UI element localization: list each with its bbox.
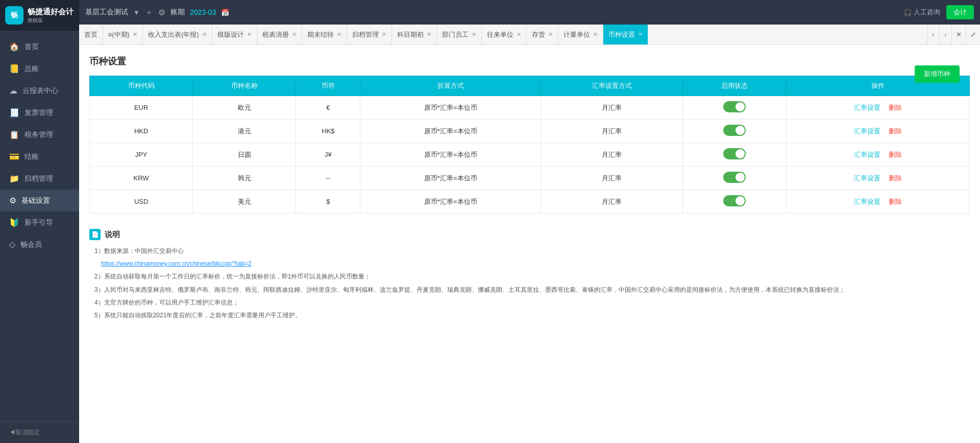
notes-link[interactable]: https://www.chinamoney.com.cn/chinese/bk… bbox=[101, 260, 251, 267]
sidebar-icon-archive: 📁 bbox=[9, 174, 19, 183]
new-currency-button[interactable]: 新增币种 bbox=[915, 65, 960, 83]
app-logo-icon: 畅 bbox=[5, 6, 23, 25]
table-header: 币种代码 币种名称 币符 折算方式 汇率设置方式 启用状态 操作 bbox=[90, 76, 970, 96]
toggle-0[interactable] bbox=[723, 101, 746, 112]
tab-label-income: 收入支出表(年报) bbox=[148, 30, 199, 39]
tab-currency[interactable]: 币种设置✕ bbox=[603, 25, 648, 45]
tabs-next-btn[interactable]: › bbox=[939, 25, 951, 45]
calendar-icon[interactable]: 📅 bbox=[221, 9, 229, 16]
cell-status-3 bbox=[683, 167, 786, 190]
toggle-2[interactable] bbox=[723, 148, 746, 159]
service-button[interactable]: 🎧 人工咨询 bbox=[903, 8, 940, 17]
page-title: 币种设置 bbox=[89, 55, 970, 67]
tab-balance[interactable]: ¤(中期)✕ bbox=[103, 25, 143, 45]
tab-label-home: 首页 bbox=[84, 30, 97, 39]
toggle-4[interactable] bbox=[723, 195, 746, 206]
app-title: 畅捷通好会计 bbox=[28, 7, 74, 17]
cell-rate-type-2: 月汇率 bbox=[541, 143, 682, 167]
tab-customers[interactable]: 往来单位✕ bbox=[482, 25, 527, 45]
delete-link-4[interactable]: 删除 bbox=[889, 198, 902, 205]
tab-close-dept[interactable]: ✕ bbox=[472, 31, 476, 38]
delete-link-2[interactable]: 删除 bbox=[889, 151, 902, 158]
tab-close-balance[interactable]: ✕ bbox=[133, 31, 137, 38]
tab-label-subjects: 科目期初 bbox=[397, 30, 424, 39]
sidebar-item-home[interactable]: 🏠首页 bbox=[0, 36, 79, 58]
cell-actions-1: 汇率设置 删除 bbox=[786, 120, 969, 143]
sidebar-item-checkout[interactable]: 💳结账 bbox=[0, 146, 79, 168]
tabs-expand-btn[interactable]: ⤢ bbox=[966, 25, 980, 45]
sidebar-item-settings[interactable]: ⚙基础设置 bbox=[0, 190, 79, 212]
cell-actions-0: 汇率设置 删除 bbox=[786, 96, 969, 120]
sidebar-label-tax: 税务管理 bbox=[24, 130, 53, 139]
sidebar-label-invoice: 发票管理 bbox=[24, 108, 53, 118]
rate-setting-link-0[interactable]: 汇率设置 bbox=[854, 104, 880, 111]
delete-link-3[interactable]: 删除 bbox=[889, 174, 902, 182]
tab-arch_mgmt[interactable]: 归档管理✕ bbox=[347, 25, 392, 45]
tabs-close-all-btn[interactable]: ✕ bbox=[951, 25, 966, 45]
sidebar-item-guide[interactable]: 🔰新手引导 bbox=[0, 212, 79, 234]
sidebar-pin-toggle[interactable]: ◀取消固定 bbox=[0, 422, 79, 443]
tabs-prev-btn[interactable]: ‹ bbox=[927, 25, 939, 45]
tab-close-tax_clear[interactable]: ✕ bbox=[292, 31, 297, 38]
table-row: HKD 港元 HK$ 原币*汇率=本位币 月汇率 汇率设置 删除 bbox=[90, 120, 970, 143]
sidebar-icon-checkout: 💳 bbox=[9, 152, 19, 161]
sidebar-icon-tax: 📋 bbox=[9, 130, 19, 139]
tab-close-income[interactable]: ✕ bbox=[202, 31, 207, 38]
tab-units[interactable]: 计量单位✕ bbox=[558, 25, 603, 45]
tab-income[interactable]: 收入支出表(年报)✕ bbox=[143, 25, 212, 45]
delete-link-0[interactable]: 删除 bbox=[889, 104, 902, 111]
tab-close-customers[interactable]: ✕ bbox=[517, 31, 521, 38]
settings-icon[interactable]: ⚙ bbox=[158, 8, 165, 17]
cell-code-0: EUR bbox=[90, 96, 193, 120]
sidebar-item-archive[interactable]: 📁归档管理 bbox=[0, 168, 79, 190]
cell-symbol-2: J¥ bbox=[296, 143, 360, 167]
tab-tax_clear[interactable]: 税表清册✕ bbox=[257, 25, 302, 45]
tab-dept[interactable]: 部门员工✕ bbox=[437, 25, 482, 45]
tab-close-arch_mgmt[interactable]: ✕ bbox=[382, 31, 386, 38]
notes-header: 📄 说明 bbox=[89, 229, 970, 240]
rate-setting-link-4[interactable]: 汇率设置 bbox=[854, 198, 880, 205]
table-row: JPY 日圆 J¥ 原币*汇率=本位币 月汇率 汇率设置 删除 bbox=[90, 143, 970, 167]
cell-calc-3: 原币*汇率=本位币 bbox=[360, 167, 541, 190]
tab-home[interactable]: 首页 bbox=[79, 25, 103, 45]
cell-status-0 bbox=[683, 96, 786, 120]
delete-link-1[interactable]: 删除 bbox=[889, 127, 902, 135]
tab-close-period_end[interactable]: ✕ bbox=[337, 31, 341, 38]
tab-period_end[interactable]: 期末结转✕ bbox=[302, 25, 347, 45]
sidebar-item-tax[interactable]: 📋税务管理 bbox=[0, 124, 79, 146]
sidebar: 畅 畅捷通好会计 旗舰版 🏠首页📒总账☁云报表中心🧾发票管理📋税务管理💳结账📁归… bbox=[0, 0, 79, 443]
rate-setting-link-3[interactable]: 汇率设置 bbox=[854, 174, 880, 182]
notes-icon: 📄 bbox=[89, 229, 101, 240]
sidebar-item-member[interactable]: ◇畅会员 bbox=[0, 234, 79, 255]
headset-icon: 🎧 bbox=[903, 9, 912, 16]
sidebar-item-reports[interactable]: ☁云报表中心 bbox=[0, 80, 79, 102]
tab-template[interactable]: 模版设计✕ bbox=[212, 25, 257, 45]
tab-label-units: 计量单位 bbox=[564, 30, 590, 39]
cell-name-2: 日圆 bbox=[193, 143, 296, 167]
rate-setting-link-1[interactable]: 汇率设置 bbox=[854, 127, 880, 135]
tab-close-currency[interactable]: ✕ bbox=[638, 31, 643, 38]
sidebar-item-ledger[interactable]: 📒总账 bbox=[0, 58, 79, 80]
cell-status-4 bbox=[683, 190, 786, 214]
company-dropdown-icon[interactable]: ▼ bbox=[133, 9, 140, 16]
tab-subjects[interactable]: 科目期初✕ bbox=[392, 25, 437, 45]
toggle-3[interactable] bbox=[723, 172, 746, 183]
rate-setting-link-2[interactable]: 汇率设置 bbox=[854, 151, 880, 158]
header-right: 🎧 人工咨询 会计 bbox=[903, 5, 974, 19]
tab-close-inventory[interactable]: ✕ bbox=[548, 31, 553, 38]
cell-code-3: KRW bbox=[90, 167, 193, 190]
tab-inventory[interactable]: 存货✕ bbox=[527, 25, 558, 45]
cell-rate-type-4: 月汇率 bbox=[541, 190, 682, 214]
sidebar-item-invoice[interactable]: 🧾发票管理 bbox=[0, 102, 79, 124]
tab-close-units[interactable]: ✕ bbox=[593, 31, 598, 38]
cell-actions-4: 汇率设置 删除 bbox=[786, 190, 969, 214]
add-tab-icon[interactable]: ＋ bbox=[145, 7, 153, 18]
account-button[interactable]: 会计 bbox=[946, 5, 974, 19]
cell-name-4: 美元 bbox=[193, 190, 296, 214]
tab-label-template: 模版设计 bbox=[217, 30, 244, 39]
cell-calc-4: 原币*汇率=本位币 bbox=[360, 190, 541, 214]
tab-close-template[interactable]: ✕ bbox=[247, 31, 252, 38]
cell-name-1: 港元 bbox=[193, 120, 296, 143]
toggle-1[interactable] bbox=[723, 125, 746, 136]
tab-close-subjects[interactable]: ✕ bbox=[427, 31, 431, 38]
